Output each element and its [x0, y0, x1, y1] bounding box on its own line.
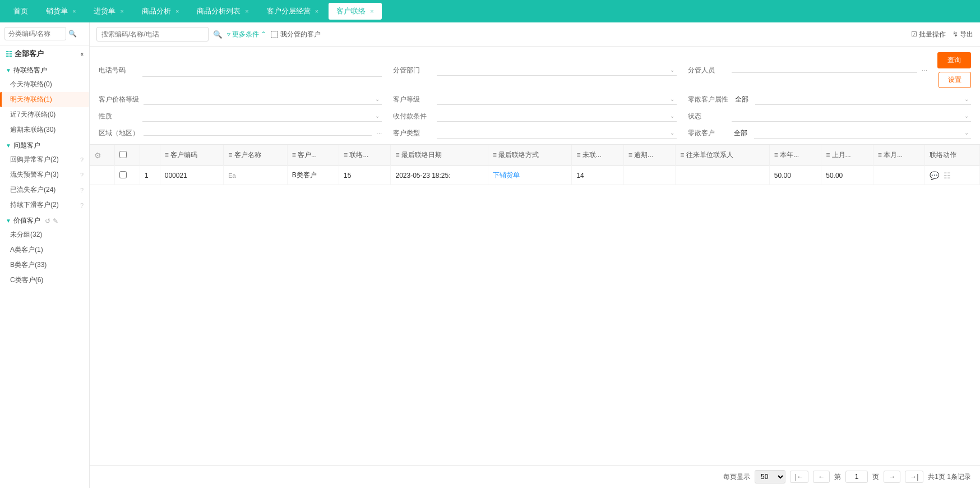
- col-last-month: ≡ 上月...: [821, 145, 873, 166]
- export-button[interactable]: ↯ 导出: [953, 30, 973, 39]
- nav-item-客户联络[interactable]: 客户联络×: [329, 3, 381, 20]
- chevron-down-icon: ⌄: [670, 67, 674, 73]
- filter-customer-value: 客户价格等级 ⌄: [99, 94, 382, 105]
- row-gear: [90, 166, 114, 185]
- chevron-up-icon: ⌃: [261, 30, 266, 38]
- sidebar-item-C类客户(6)[interactable]: C类客户(6): [0, 273, 89, 288]
- my-customers-checkbox[interactable]: 我分管的客户: [271, 30, 321, 39]
- edit-icon[interactable]: ✎: [53, 217, 58, 225]
- sidebar-group-问题客户[interactable]: ▼问题客户: [0, 137, 89, 152]
- customer-table: ⚙ ≡ 客户编码 ≡ 客户名称 ≡ 客户... ≡ 联络... ≡ 最后联络日期…: [90, 145, 980, 185]
- help-icon[interactable]: ?: [80, 172, 84, 178]
- col-last-method: ≡ 最后联络方式: [488, 145, 572, 166]
- col-this-month: ≡ 本月...: [873, 145, 924, 166]
- help-icon[interactable]: ?: [80, 156, 84, 163]
- col-checkbox: [114, 145, 140, 166]
- filter-person: 分管人员 ··· 查询 设置: [688, 52, 971, 88]
- nav-item-商品分析列表[interactable]: 商品分析列表×: [189, 3, 256, 20]
- payment-select[interactable]: ⌄: [437, 111, 676, 122]
- sidebar: 🔍 ☷ 全部客户 « ▼待联络客户今天待联络(0)明天待联络(1)近7天待联络(…: [0, 22, 90, 488]
- nav-close-icon[interactable]: ×: [120, 8, 123, 15]
- sidebar-all-customers[interactable]: ☷ 全部客户 «: [0, 45, 89, 62]
- page-label2: 页: [872, 472, 879, 482]
- refresh-icon[interactable]: ↺: [45, 217, 50, 225]
- nav-item-首页[interactable]: 首页: [6, 3, 36, 20]
- help-icon[interactable]: ?: [80, 202, 84, 209]
- sidebar-item-A类客户(1)[interactable]: A类客户(1): [0, 242, 89, 257]
- chevron-down-icon7: ⌄: [964, 113, 969, 119]
- chevron-down-icon2: ⌄: [375, 96, 380, 102]
- chevron-down-icon9: ⌄: [964, 130, 969, 136]
- nav-close-icon[interactable]: ×: [315, 8, 318, 15]
- nav-item-客户分层经营[interactable]: 客户分层经营×: [259, 3, 326, 20]
- sidebar-item-逾期未联络(30)[interactable]: 逾期未联络(30): [0, 122, 89, 137]
- first-page-button[interactable]: |←: [790, 471, 808, 483]
- sidebar-item-明天待联络(1)[interactable]: 明天待联络(1): [0, 92, 89, 107]
- row-code: 000021: [160, 166, 223, 185]
- row-index: 1: [140, 166, 160, 185]
- comment-icon[interactable]: 💬: [930, 171, 939, 180]
- customer-level-select[interactable]: ⌄: [437, 94, 676, 105]
- sidebar-group-价值客户[interactable]: ▼价值客户 ↺✎: [0, 213, 89, 227]
- gender-select[interactable]: ⌄: [142, 111, 382, 122]
- dept-select[interactable]: ⌄: [437, 65, 676, 76]
- sidebar-item-未分组(32)[interactable]: 未分组(32): [0, 227, 89, 242]
- settings-icon[interactable]: ⚙: [94, 151, 101, 160]
- row-this-year: 50.00: [769, 166, 821, 185]
- filter-customer-type: 客户类型 ⌄: [393, 127, 676, 139]
- main-content: 🔍 ▿ 更多条件 ⌃ 我分管的客户 ☑ 批量操作 ↯ 导出: [90, 22, 980, 488]
- page-number-input[interactable]: [845, 471, 868, 483]
- person-more-dots[interactable]: ···: [922, 66, 927, 74]
- last-page-button[interactable]: →|: [905, 471, 923, 483]
- batch-operation-button[interactable]: ☑ 批量操作: [911, 30, 946, 39]
- table-footer: 每页显示 50 100 |← ← 第 页 → →| 共1页 1条记录: [90, 465, 980, 488]
- filter-dept: 分管部门 ⌄: [393, 52, 676, 88]
- select-all-checkbox[interactable]: [119, 151, 127, 158]
- customer-type-select[interactable]: ⌄: [437, 127, 676, 139]
- sidebar-item-今天待联络(0)[interactable]: 今天待联络(0): [0, 77, 89, 92]
- main-search-input[interactable]: [96, 27, 209, 42]
- retail-attr-select[interactable]: ⌄: [755, 94, 971, 105]
- last-method-link[interactable]: 下销货单: [493, 171, 520, 179]
- retail-customer-select[interactable]: ⌄: [754, 127, 971, 139]
- nav-close-icon[interactable]: ×: [175, 8, 179, 15]
- grid-icon[interactable]: ☷: [944, 171, 951, 180]
- phone-input[interactable]: [142, 64, 382, 77]
- sidebar-item-B类客户(33)[interactable]: B类客户(33): [0, 257, 89, 273]
- sidebar-item-回购异常客户(2)[interactable]: 回购异常客户(2)?: [0, 152, 89, 167]
- query-button[interactable]: 查询: [937, 52, 971, 68]
- sidebar-item-流失预警客户(3)[interactable]: 流失预警客户(3)?: [0, 167, 89, 182]
- col-code: ≡ 客户编码: [160, 145, 223, 166]
- customer-value-select[interactable]: ⌄: [144, 94, 382, 105]
- prev-page-button[interactable]: ←: [813, 471, 830, 483]
- region-more-dots[interactable]: ···: [376, 129, 382, 137]
- filter-panel: 电话号码 分管部门 ⌄ 分管人员 ··· 查询 设置 客户价格等级: [90, 47, 980, 145]
- sidebar-item-持续下滑客户(2)[interactable]: 持续下滑客户(2)?: [0, 197, 89, 213]
- sidebar-item-已流失客户(24)[interactable]: 已流失客户(24)?: [0, 182, 89, 197]
- more-filter-button[interactable]: ▿ 更多条件 ⌃: [227, 30, 266, 39]
- col-this-year: ≡ 本年...: [769, 145, 821, 166]
- nav-item-销货单[interactable]: 销货单×: [38, 3, 84, 20]
- row-last-method: 下销货单: [488, 166, 572, 185]
- nav-close-icon[interactable]: ×: [370, 8, 373, 15]
- col-type: ≡ 客户...: [287, 145, 339, 166]
- sidebar-search-input[interactable]: [4, 27, 66, 40]
- row-overdue: [623, 166, 675, 185]
- sidebar-group-待联络客户[interactable]: ▼待联络客户: [0, 62, 89, 77]
- set-button[interactable]: 设置: [939, 72, 971, 88]
- nav-item-商品分析[interactable]: 商品分析×: [134, 3, 187, 20]
- status-select[interactable]: ⌄: [732, 111, 971, 122]
- sidebar-item-近7天待联络(0)[interactable]: 近7天待联络(0): [0, 107, 89, 122]
- nav-close-icon[interactable]: ×: [72, 8, 76, 15]
- row-type: B类客户: [287, 166, 339, 185]
- page-size-select[interactable]: 50 100: [755, 470, 785, 484]
- next-page-button[interactable]: →: [884, 471, 900, 483]
- col-index: [140, 145, 160, 166]
- nav-item-进货单[interactable]: 进货单×: [86, 3, 131, 20]
- main-search-button[interactable]: 🔍: [213, 30, 223, 39]
- row-select-checkbox[interactable]: [119, 171, 127, 178]
- nav-close-icon[interactable]: ×: [245, 8, 248, 15]
- row-this-month: [873, 166, 924, 185]
- sidebar-search-icon[interactable]: 🔍: [68, 30, 77, 38]
- help-icon[interactable]: ?: [80, 187, 84, 194]
